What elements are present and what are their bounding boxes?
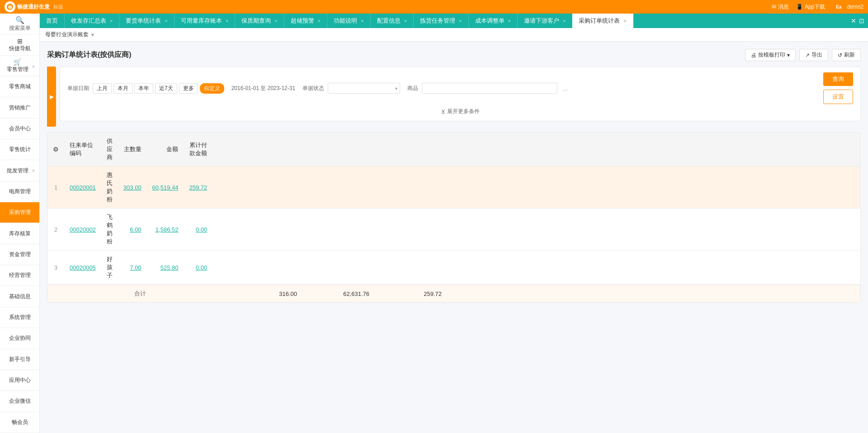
refresh-button[interactable]: ↺ 刷新 xyxy=(832,49,861,61)
row2-paid-link[interactable]: 0.00 xyxy=(196,226,207,233)
row1-paid-link[interactable]: 259.72 xyxy=(189,184,207,191)
status-select[interactable] xyxy=(328,83,400,94)
expand-more-btn[interactable]: ⊻ 展开更多条件 xyxy=(441,108,480,115)
row2-code-link[interactable]: 00020002 xyxy=(70,226,96,233)
row2-code: 00020002 xyxy=(64,209,101,251)
sidebar-item-retail[interactable]: 🛒 零售管理 ▲ xyxy=(0,56,39,76)
tab-function[interactable]: 功能说明 × xyxy=(327,14,370,28)
app-container: 畅 畅捷通好生意 标版 ✉ 消息 📱 App下载 Ea demo2 xyxy=(0,0,868,433)
message-btn[interactable]: ✉ 消息 xyxy=(772,3,789,11)
sidebar-item-system[interactable]: 系统管理 xyxy=(0,307,39,328)
workspace-bar: 母婴行业演示账套 ▾ xyxy=(40,28,868,42)
date-btn-more[interactable]: 更多 xyxy=(179,83,198,94)
sidebar-item-inventory[interactable]: 库存核算 xyxy=(0,223,39,244)
sidebar-item-shop[interactable]: 零售商城 xyxy=(0,76,39,97)
sidebar-item-vip[interactable]: 畅会员 xyxy=(0,412,39,433)
page-actions: 🖨 按模板打印 ▾ ↗ 导出 ↺ 刷新 xyxy=(745,49,861,61)
date-btn-lastmonth[interactable]: 上月 xyxy=(93,83,112,94)
row2-supplier: 飞鹤奶粉 xyxy=(101,209,118,251)
date-btn-custom[interactable]: 自定义 xyxy=(200,83,224,94)
column-settings-icon[interactable]: ⚙ xyxy=(53,146,59,153)
date-btn-thismonth[interactable]: 本月 xyxy=(113,83,132,94)
tab-close-purchase-stats[interactable]: × xyxy=(623,18,626,24)
tab-close-chaoyuyujing[interactable]: × xyxy=(318,18,321,24)
tab-close-shoufacun[interactable]: × xyxy=(110,18,113,24)
filter-row: 单据日期 上月 本月 本年 近7天 更多 自定义 xyxy=(67,72,853,104)
user-avatar: Ea xyxy=(832,0,845,13)
sidebar-item-business[interactable]: 经营管理 xyxy=(0,265,39,286)
sidebar-item-purchase[interactable]: 采购管理 xyxy=(0,202,39,223)
tab-cost[interactable]: 成本调整单 × xyxy=(469,14,518,28)
sidebar-item-wholesale[interactable]: 批发管理 ▼ xyxy=(0,160,39,181)
footer-amount: 62,631.76 xyxy=(297,290,369,297)
row3-paid-link[interactable]: 0.00 xyxy=(196,264,207,271)
sidebar-item-collab[interactable]: 企业协同 xyxy=(0,328,39,349)
date-range-group: 2016-01-01 至 2023-12-31 xyxy=(231,85,295,92)
sidebar-item-ecommerce[interactable]: 电商管理 xyxy=(0,181,39,202)
workspace-arrow-icon[interactable]: ▾ xyxy=(91,32,94,38)
col-supplier: 供应商 xyxy=(101,133,118,167)
date-filter-group: 单据日期 上月 本月 本年 近7天 更多 自定义 xyxy=(67,83,224,94)
sidebar-item-member[interactable]: 会员中心 xyxy=(0,119,39,139)
sidebar-item-finance[interactable]: 资金管理 xyxy=(0,244,39,265)
username: demo2 xyxy=(847,4,863,10)
tab-close-cost[interactable]: × xyxy=(508,18,511,24)
row2-qty-link[interactable]: 6.00 xyxy=(130,226,141,233)
tab-close-config[interactable]: × xyxy=(404,18,407,24)
row2-paid: 0.00 xyxy=(184,209,212,251)
window-expand-icon[interactable]: ⊡ xyxy=(859,17,864,24)
tab-close-baozhi[interactable]: × xyxy=(274,18,277,24)
tab-shoufacun[interactable]: 收发存汇总表 × xyxy=(65,14,119,28)
row1-code-link[interactable]: 00020001 xyxy=(70,184,96,191)
tab-controls: ✕ ⊡ xyxy=(847,17,868,24)
tab-close-function[interactable]: × xyxy=(361,18,363,24)
table-row: 3 00020005 好孩子 7.00 525.80 0.00 xyxy=(47,251,860,285)
tab-baozhi[interactable]: 保质期查询 × xyxy=(235,14,284,28)
refresh-icon: ↺ xyxy=(838,52,842,58)
sidebar-item-quicknav[interactable]: ⊞ 快捷导航 xyxy=(0,34,39,55)
row2-amount-link[interactable]: 1,586.52 xyxy=(156,226,179,233)
print-arrow-icon: ▾ xyxy=(787,52,790,58)
sidebar-item-apps[interactable]: 应用中心 xyxy=(0,370,39,391)
tab-close-jianhuo[interactable]: × xyxy=(459,18,462,24)
tab-jianhuo[interactable]: 拣货任务管理 × xyxy=(414,14,468,28)
row1-amount-link[interactable]: 60,519.44 xyxy=(152,184,179,191)
sidebar-item-marketing[interactable]: 营销推广 xyxy=(0,97,39,118)
row3-amount-link[interactable]: 525.80 xyxy=(160,264,179,271)
date-btn-7days[interactable]: 近7天 xyxy=(155,83,177,94)
logo-icon: 畅 xyxy=(5,1,15,12)
sidebar-item-search[interactable]: 🔍 搜索菜单 xyxy=(0,14,39,34)
tab-home[interactable]: 首页 xyxy=(40,14,65,28)
row3-quantity: 7.00 xyxy=(118,251,147,285)
query-button[interactable]: 查询 xyxy=(823,72,853,86)
row3-qty-link[interactable]: 7.00 xyxy=(130,264,141,271)
sidebar-item-guide[interactable]: 新手引导 xyxy=(0,349,39,370)
sidebar-item-retail-stats[interactable]: 零售统计 xyxy=(0,139,39,160)
print-button[interactable]: 🖨 按模板打印 ▾ xyxy=(745,49,796,61)
tab-invite[interactable]: 邀请下游客户 × xyxy=(518,14,572,28)
tab-chaoyuyujing[interactable]: 超储预警 × xyxy=(284,14,327,28)
tab-keyongliang[interactable]: 可用量库存账本 × xyxy=(175,14,235,28)
goods-input[interactable] xyxy=(422,83,557,94)
date-btn-thisyear[interactable]: 本年 xyxy=(134,83,153,94)
col-quantity: 主数量 xyxy=(118,133,147,167)
export-button[interactable]: ↗ 导出 xyxy=(799,49,828,61)
window-close-icon[interactable]: ✕ xyxy=(851,17,856,24)
tab-close-invite[interactable]: × xyxy=(563,18,566,24)
user-area[interactable]: Ea demo2 xyxy=(832,0,863,13)
tab-config[interactable]: 配置信息 × xyxy=(371,14,414,28)
tab-yaohuo[interactable]: 要货单统计表 × xyxy=(119,14,174,28)
svg-text:畅: 畅 xyxy=(8,5,12,10)
sidebar-item-wechat[interactable]: 企业微信 xyxy=(0,391,39,412)
row1-qty-link[interactable]: 303.00 xyxy=(123,184,142,191)
goods-more-icon[interactable]: ... xyxy=(563,85,568,92)
tab-purchase-stats[interactable]: 采购订单统计表 × xyxy=(572,14,633,28)
table-header: ⚙ 往来单位编码 供应商 主数量 金额 累计付款金额 xyxy=(47,133,860,167)
filter-collapse-btn[interactable]: ▶ xyxy=(47,67,56,127)
row3-code-link[interactable]: 00020005 xyxy=(70,264,96,271)
sidebar-item-basic[interactable]: 基础信息 xyxy=(0,286,39,307)
settings-button[interactable]: 设置 xyxy=(823,90,853,104)
tab-close-yaohuo[interactable]: × xyxy=(165,18,167,24)
app-download-btn[interactable]: 📱 App下载 xyxy=(796,3,825,11)
tab-close-keyongliang[interactable]: × xyxy=(226,18,228,24)
